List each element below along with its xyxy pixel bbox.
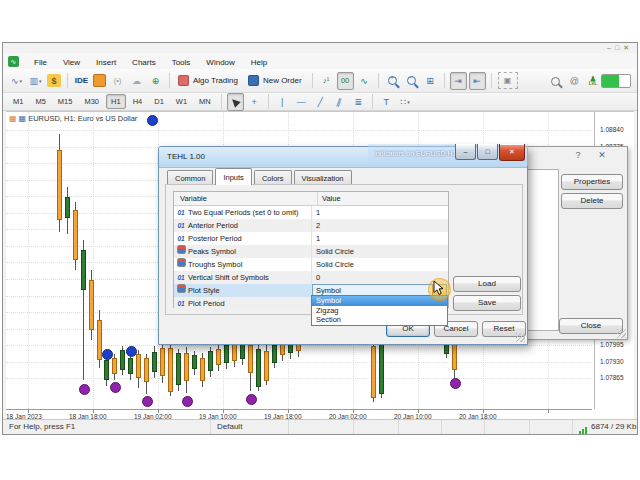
lvl-icon[interactable]: ♟LVL [589, 75, 597, 87]
line-chart-icon[interactable]: ∿ [356, 72, 373, 90]
zoom-in-icon[interactable]: + [384, 72, 401, 90]
maximize-icon[interactable]: □ [477, 144, 498, 160]
candle-body [176, 353, 181, 385]
timeframe-m1[interactable]: M1 [8, 94, 28, 109]
one-click-trading-icon[interactable]: ▦ [19, 114, 27, 123]
close-icon[interactable]: ✕ [594, 150, 610, 163]
menu-item-view[interactable]: View [55, 58, 88, 67]
ide-button[interactable]: IDE [73, 72, 90, 90]
peak-marker [102, 349, 113, 360]
tab-colors[interactable]: Colors [254, 170, 292, 185]
algo-trading-button[interactable]: Algo Trading [175, 72, 243, 90]
candle-body [272, 345, 277, 363]
properties-button[interactable]: Properties [561, 174, 623, 190]
tab-visualization[interactable]: Visualization [294, 170, 352, 185]
timeframe-m15[interactable]: M15 [53, 94, 78, 109]
candle-body [128, 358, 133, 374]
crosshair-tool[interactable]: + [246, 93, 263, 111]
tile-windows-icon[interactable]: ⊞ [422, 72, 439, 90]
menu-item-file[interactable]: File [26, 58, 55, 67]
resize-grip[interactable] [617, 329, 626, 338]
timeframe-m5[interactable]: M5 [30, 94, 50, 109]
param-row[interactable]: 01Posterior Period1 [174, 232, 448, 245]
status-cell-profile[interactable]: Default [211, 420, 289, 434]
param-row[interactable]: 01Vertical Shift of Symbols0 [174, 271, 448, 284]
timeframe-w1[interactable]: W1 [171, 94, 192, 109]
candle-body [216, 349, 221, 365]
menu-item-help[interactable]: Help [243, 58, 275, 67]
close-icon[interactable]: ✕ [623, 44, 633, 51]
grid-line [28, 112, 29, 409]
maximize-icon[interactable]: □ [615, 44, 623, 51]
trough-marker [450, 378, 461, 389]
menu-item-charts[interactable]: Charts [124, 58, 164, 67]
timeframe-h4[interactable]: H4 [128, 94, 148, 109]
cursor-tool[interactable] [227, 93, 244, 111]
integer-type-icon: 01 [177, 209, 184, 216]
param-row[interactable]: 01Two Equal Periods (set 0 to omit)1 [174, 206, 448, 219]
bars-icon[interactable]: 00 [337, 72, 354, 90]
close-button[interactable]: Close [559, 318, 623, 334]
chart-window-icon[interactable]: ▥▾ [27, 72, 44, 90]
dropdown-option-section[interactable]: Section [312, 315, 447, 325]
close-icon[interactable]: ✕ [499, 144, 525, 161]
column-value: Value [318, 192, 448, 205]
chart-type-icon[interactable]: ∿▾ [8, 72, 25, 90]
minimize-icon[interactable]: – [607, 44, 615, 51]
tab-common[interactable]: Common [167, 170, 213, 185]
save-button[interactable]: Save [453, 295, 521, 311]
status-cell [485, 420, 530, 434]
horizontal-line-tool[interactable]: — [293, 93, 310, 111]
help-icon[interactable]: @ [566, 72, 583, 90]
market-bag-icon[interactable] [93, 74, 106, 87]
candle-body [371, 346, 376, 398]
help-icon[interactable]: ? [570, 150, 586, 163]
timeframe-mn[interactable]: MN [194, 94, 216, 109]
minimize-icon[interactable]: – [455, 144, 476, 160]
text-tool[interactable]: T [378, 93, 395, 111]
dropdown-option-symbol[interactable]: Symbol [312, 296, 447, 306]
dropdown-option-zigzag[interactable]: Zigzag [312, 306, 447, 316]
candle-body [89, 280, 94, 330]
zoom-out-icon[interactable]: − [403, 72, 420, 90]
trendline-tool[interactable]: ╱ [312, 93, 329, 111]
param-row[interactable]: 01Anterior Period2 [174, 219, 448, 232]
cloud-icon[interactable]: ☁ [128, 72, 145, 90]
resize-grip[interactable] [516, 333, 525, 342]
window-controls[interactable]: –□✕ [607, 44, 633, 52]
search-icon[interactable] [547, 72, 564, 90]
tick-chart-icon[interactable]: ♪¹ [318, 72, 335, 90]
camera-icon[interactable]: ▣ [498, 72, 518, 89]
timeframe-h1[interactable]: H1 [106, 94, 126, 109]
globe-icon[interactable]: ⊕ [147, 72, 164, 90]
vertical-line-tool[interactable]: | [274, 93, 291, 111]
dollar-icon[interactable]: $ [47, 74, 61, 87]
channel-tool[interactable]: ∥ [331, 93, 348, 111]
tab-inputs[interactable]: Inputs [215, 168, 251, 185]
separator [67, 73, 68, 88]
plot-style-dropdown-list: SymbolZigzagSection [311, 295, 448, 326]
timeframe-m30[interactable]: M30 [79, 94, 104, 109]
equidistant-channel-tool[interactable]: ≣ [350, 93, 367, 111]
candle-body [232, 343, 237, 361]
auto-scroll-icon[interactable]: ⇤ [469, 72, 486, 90]
status-cell [399, 420, 442, 434]
delete-button[interactable]: Delete [561, 193, 623, 209]
broadcast-icon[interactable]: (•) [109, 72, 126, 90]
shapes-tool[interactable]: ∷▾ [397, 93, 414, 111]
menu-item-window[interactable]: Window [198, 58, 242, 67]
candle-body [200, 358, 205, 381]
candle-body [168, 348, 173, 392]
menu-item-tools[interactable]: Tools [164, 58, 199, 67]
param-row[interactable]: Peaks SymbolSolid Circle [174, 245, 448, 258]
timeframe-d1[interactable]: D1 [149, 94, 169, 109]
connection-bar[interactable] [601, 74, 631, 88]
menu-item-insert[interactable]: Insert [88, 58, 124, 67]
shift-end-icon[interactable]: ⇥ [450, 72, 467, 90]
depth-of-market-icon[interactable]: ▦ [9, 114, 17, 123]
load-button[interactable]: Load [453, 276, 521, 292]
chart-header-label: EURUSD, H1: Euro vs US Dollar [28, 114, 137, 123]
param-row[interactable]: Troughs SymbolSolid Circle [174, 258, 448, 271]
grid-line [6, 130, 592, 131]
new-order-button[interactable]: New Order [245, 72, 307, 90]
